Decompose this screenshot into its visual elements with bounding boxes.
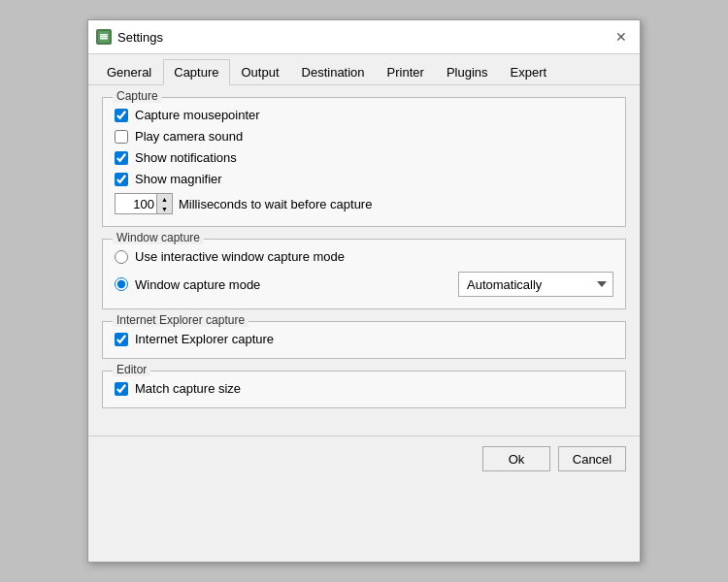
tab-capture[interactable]: Capture: [163, 59, 229, 85]
tab-bar: General Capture Output Destination Print…: [88, 54, 640, 85]
match-capture-size-checkbox[interactable]: [115, 382, 128, 396]
window-capture-section-title: Window capture: [113, 231, 204, 244]
interactive-window-radio-row: Use interactive window capture mode: [115, 249, 613, 264]
cancel-button[interactable]: Cancel: [558, 446, 626, 471]
play-camera-sound-checkbox[interactable]: [115, 130, 128, 144]
tab-destination[interactable]: Destination: [291, 59, 376, 85]
capture-mousepointer-checkbox[interactable]: [115, 109, 128, 122]
window-capture-mode-label: Window capture mode: [135, 277, 450, 292]
window-capture-section: Window capture Use interactive window ca…: [102, 239, 626, 309]
ie-capture-checkbox[interactable]: [115, 333, 128, 346]
ie-capture-row: Internet Explorer capture: [115, 332, 613, 346]
window-capture-mode-radio[interactable]: [115, 277, 128, 291]
tab-output[interactable]: Output: [231, 59, 290, 85]
svg-rect-2: [100, 34, 108, 36]
show-notifications-row: Show notifications: [115, 150, 613, 165]
window-capture-mode-dropdown[interactable]: Automatically: [458, 272, 613, 297]
settings-dialog: Settings ✕ General Capture Output Destin…: [87, 19, 641, 563]
milliseconds-label: Milliseconds to wait before capture: [179, 197, 372, 211]
tab-general[interactable]: General: [96, 59, 162, 85]
play-camera-sound-label: Play camera sound: [135, 129, 243, 144]
ok-button[interactable]: Ok: [482, 446, 550, 471]
capture-mousepointer-row: Capture mousepointer: [115, 108, 613, 122]
bottom-bar: Ok Cancel: [88, 436, 640, 481]
spinner-wrapper: ▲ ▼: [115, 193, 173, 214]
tab-plugins[interactable]: Plugins: [436, 59, 499, 85]
ie-capture-label: Internet Explorer capture: [135, 332, 274, 346]
ie-capture-section: Internet Explorer capture Internet Explo…: [102, 321, 626, 359]
spinner-up-button[interactable]: ▲: [156, 194, 172, 204]
app-icon: [96, 29, 112, 45]
milliseconds-spinner[interactable]: [116, 194, 156, 213]
window-capture-mode-row: Window capture mode Automatically: [115, 272, 613, 297]
svg-rect-1: [100, 36, 108, 38]
match-capture-size-label: Match capture size: [135, 381, 241, 396]
interactive-window-label: Use interactive window capture mode: [135, 249, 613, 264]
tab-expert[interactable]: Expert: [500, 59, 558, 85]
capture-mousepointer-label: Capture mousepointer: [135, 108, 260, 122]
close-button[interactable]: ✕: [611, 26, 632, 48]
spinner-down-button[interactable]: ▼: [156, 204, 172, 213]
show-notifications-checkbox[interactable]: [115, 151, 128, 165]
ie-capture-section-title: Internet Explorer capture: [113, 313, 248, 327]
editor-section: Editor Match capture size: [102, 371, 626, 408]
show-magnifier-label: Show magnifier: [135, 172, 222, 186]
milliseconds-row: ▲ ▼ Milliseconds to wait before capture: [115, 193, 613, 214]
dropdown-wrapper: Automatically: [458, 272, 613, 297]
show-notifications-label: Show notifications: [135, 150, 237, 165]
play-camera-sound-row: Play camera sound: [115, 129, 613, 144]
window-title: Settings: [117, 30, 611, 45]
show-magnifier-checkbox[interactable]: [115, 173, 128, 186]
spinner-buttons: ▲ ▼: [156, 194, 172, 213]
tab-content: Capture Capture mousepointer Play camera…: [88, 85, 640, 432]
title-bar: Settings ✕: [88, 20, 640, 54]
editor-section-title: Editor: [113, 363, 150, 376]
capture-section: Capture Capture mousepointer Play camera…: [102, 97, 626, 227]
show-magnifier-row: Show magnifier: [115, 172, 613, 186]
svg-rect-3: [100, 38, 108, 40]
match-capture-size-row: Match capture size: [115, 381, 613, 396]
tab-printer[interactable]: Printer: [377, 59, 435, 85]
capture-section-title: Capture: [113, 89, 162, 103]
interactive-window-radio[interactable]: [115, 250, 128, 264]
